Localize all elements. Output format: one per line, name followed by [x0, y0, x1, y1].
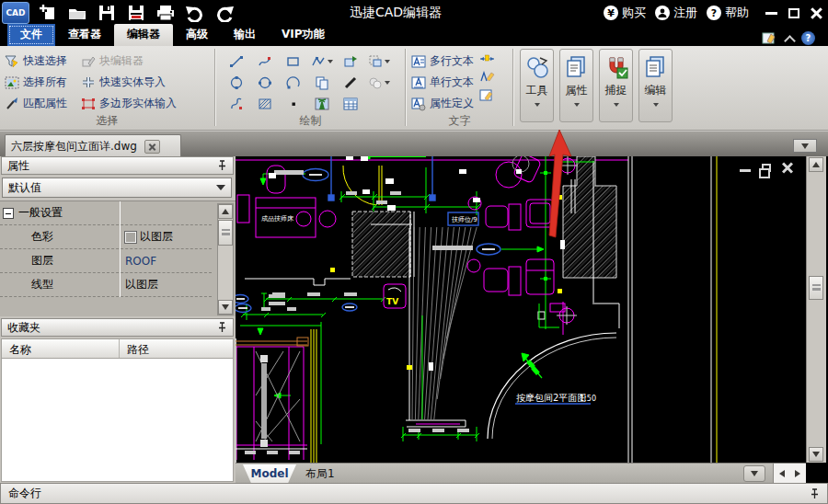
question-icon: ?	[707, 6, 721, 20]
maximize-button[interactable]	[788, 8, 799, 18]
text-edit-icon[interactable]	[479, 71, 495, 83]
property-row-layer[interactable]: 图层 ROOF	[0, 249, 212, 273]
draw-hatch-button[interactable]	[250, 93, 279, 114]
draw-arc-button[interactable]	[279, 72, 307, 93]
select-all-button[interactable]: 选择所有	[0, 72, 71, 93]
quick-entity-import-button[interactable]: 快速实体导入	[76, 72, 180, 93]
annotate-pencil-icon[interactable]	[762, 30, 778, 45]
tab-viewer[interactable]: 查看器	[55, 24, 114, 46]
scrollbar-thumb	[218, 220, 233, 246]
tab-editor[interactable]: 编辑器	[114, 24, 173, 46]
draw-table-button[interactable]	[336, 93, 364, 114]
attribute-define-button[interactable]: 属性定义	[407, 93, 477, 114]
property-row-color[interactable]: 色彩 以图层	[0, 225, 212, 249]
polygon-entity-input-button[interactable]: 多边形实体输入	[76, 93, 180, 114]
note-edit-icon[interactable]	[479, 89, 495, 101]
app-window: { "titlebar": {"logo": "CAD", "title": "…	[0, 0, 828, 504]
tools-button[interactable]: 工具	[520, 49, 554, 122]
properties-button[interactable]: 属性	[559, 49, 593, 122]
rectangle-icon	[286, 54, 301, 69]
favorites-col-name[interactable]: 名称	[2, 339, 120, 358]
document-close-icon[interactable]	[144, 140, 160, 154]
block-tools-button[interactable]	[364, 51, 393, 72]
scroll-right-icon[interactable]	[795, 470, 800, 477]
pin-icon[interactable]	[217, 322, 227, 333]
property-group-row[interactable]: 一般设置	[0, 201, 212, 225]
draw-rectangle-button[interactable]	[279, 51, 307, 72]
inner-restore-icon[interactable]	[762, 164, 771, 172]
thick-line-icon	[343, 75, 358, 90]
draw-copy-button[interactable]	[307, 72, 336, 93]
group-label-select: 选择	[0, 113, 214, 129]
insert-block-button[interactable]	[336, 51, 364, 72]
tab-file[interactable]: 文件	[7, 24, 55, 46]
dimension-icon[interactable]	[479, 52, 495, 64]
attribute-define-icon	[410, 97, 426, 111]
draw-spline-button[interactable]	[222, 93, 250, 114]
help-button[interactable]: ?帮助	[707, 5, 749, 21]
table-icon	[343, 97, 358, 111]
command-line-bar[interactable]: 命令行	[0, 483, 828, 504]
block-editor-button[interactable]: 块编辑器	[76, 51, 180, 72]
color-swatch[interactable]	[125, 232, 136, 243]
draw-polyline-button[interactable]	[307, 51, 336, 72]
close-button[interactable]	[811, 7, 822, 19]
draw-point-button[interactable]	[279, 93, 307, 114]
save-pdf-button[interactable]	[124, 3, 148, 23]
singleline-text-button[interactable]: 单行文本	[407, 72, 477, 93]
tab-vip[interactable]: VIP功能	[269, 24, 338, 46]
property-set-select[interactable]: 默认值	[2, 178, 232, 198]
scrollbar-expand-button[interactable]	[743, 465, 765, 482]
ghost-dropdown-icon	[385, 81, 390, 85]
property-grid-scrollbar[interactable]	[217, 203, 234, 315]
tab-model[interactable]: Model	[243, 464, 296, 484]
hatch-icon	[258, 97, 272, 111]
draw-ghost-button[interactable]	[364, 72, 393, 93]
draw-image-button[interactable]	[307, 93, 336, 114]
block-tools-dropdown-icon	[385, 60, 390, 63]
register-button[interactable]: 注册	[655, 5, 697, 21]
open-file-button[interactable]	[65, 3, 89, 23]
draw-line-button[interactable]	[222, 51, 250, 72]
favorites-list[interactable]	[1, 359, 234, 482]
draw-thickline-button[interactable]	[336, 72, 364, 93]
draw-sketch-button[interactable]	[250, 51, 279, 72]
buy-button[interactable]: ¥购买	[604, 5, 646, 21]
scroll-left-icon[interactable]	[779, 470, 785, 477]
pin-icon[interactable]	[810, 488, 820, 499]
edit-button[interactable]: 编辑	[638, 49, 673, 122]
redo-button[interactable]	[213, 3, 236, 23]
document-tab-bar: 六层按摩包间立面详.dwg	[0, 131, 828, 156]
drawing-canvas[interactable]: 按摩包间2平面图 1:50 TV 技师位/9 成品技师床	[236, 156, 806, 463]
document-tab[interactable]: 六层按摩包间立面详.dwg	[5, 134, 181, 157]
plan-scale-label: 1:50	[580, 395, 596, 403]
undo-button[interactable]	[183, 3, 207, 23]
quick-select-button[interactable]: 快速选择	[0, 51, 71, 72]
quick-help-icon[interactable]: ?	[801, 31, 815, 45]
save-pdf-icon	[127, 4, 145, 22]
multiline-text-button[interactable]: 多行文本	[407, 51, 477, 72]
draw-circle2-button[interactable]	[250, 72, 279, 93]
collapse-ribbon-icon[interactable]	[786, 35, 794, 40]
favorites-col-path[interactable]: 路径	[120, 339, 233, 358]
minimize-button[interactable]	[765, 12, 777, 15]
print-button[interactable]	[154, 3, 178, 23]
save-button[interactable]	[95, 3, 119, 23]
tab-advanced[interactable]: 高级	[173, 24, 221, 46]
draw-circle-button[interactable]	[222, 72, 250, 93]
tab-list-dropdown-button[interactable]	[793, 139, 817, 153]
inner-minimize-icon[interactable]	[740, 169, 751, 172]
block-editor-icon	[80, 54, 96, 69]
canvas-vertical-scrollbar[interactable]	[806, 156, 826, 463]
pin-icon[interactable]	[217, 160, 227, 171]
match-properties-button[interactable]: 匹配属性	[0, 93, 71, 114]
property-row-linetype[interactable]: 线型 以图层	[0, 273, 212, 297]
tab-layout1[interactable]: 布局1	[305, 466, 335, 482]
inner-close-icon[interactable]	[782, 162, 793, 173]
snap-button[interactable]: 捕捉	[599, 49, 633, 122]
new-file-button[interactable]	[36, 3, 60, 23]
tab-output[interactable]: 输出	[221, 24, 269, 46]
collapse-group-icon[interactable]	[3, 208, 14, 219]
properties-panel-header: 属性	[1, 156, 234, 175]
snap-magnet-icon	[604, 55, 628, 79]
